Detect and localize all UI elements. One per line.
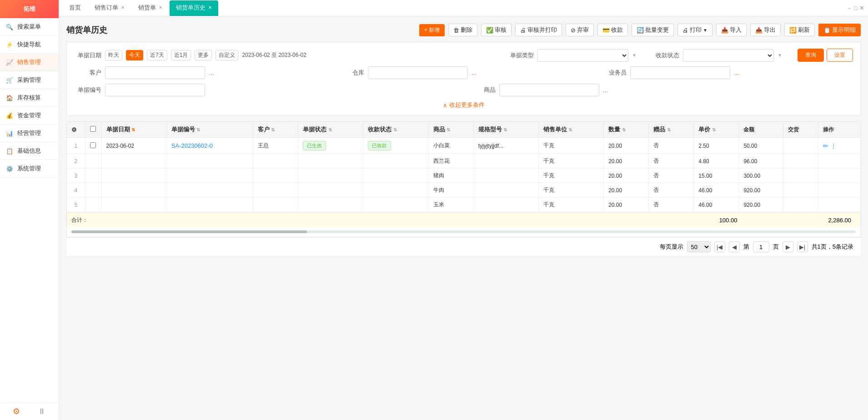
goods-ellipsis[interactable]: ... bbox=[603, 86, 608, 94]
more-action-icon[interactable]: ⋮ bbox=[830, 142, 837, 150]
date-btn-more[interactable]: 更多 bbox=[195, 50, 212, 60]
page-number-input[interactable] bbox=[753, 241, 769, 252]
first-page-button[interactable]: |◀ bbox=[714, 241, 725, 252]
cell-action bbox=[818, 198, 860, 212]
abandon-button[interactable]: ⊘ 弃审 bbox=[566, 24, 594, 36]
export-button[interactable]: 📤 导出 bbox=[750, 24, 781, 36]
tab-close-sales-history[interactable]: ✕ bbox=[208, 5, 212, 10]
tab-bar-right: － □ ✕ bbox=[846, 4, 864, 12]
sort-unit-icon[interactable]: ⇅ bbox=[568, 127, 572, 132]
sidebar-collapse-icon[interactable]: ⏸ bbox=[38, 407, 46, 416]
col-price[interactable]: 单价 ⇅ bbox=[694, 122, 739, 138]
sort-doc-status-icon[interactable]: ⇅ bbox=[328, 127, 332, 132]
sort-doc-date-icon[interactable]: ⇅ bbox=[131, 127, 135, 132]
abandon-icon: ⊘ bbox=[571, 27, 576, 34]
payment-status-select[interactable] bbox=[683, 49, 774, 62]
date-btn-7days[interactable]: 近7天 bbox=[147, 50, 167, 60]
col-gear[interactable]: ⚙ bbox=[67, 122, 85, 138]
sidebar-item-quick-nav[interactable]: ⚡ 快捷导航 bbox=[0, 36, 59, 54]
warehouse-input[interactable] bbox=[368, 66, 468, 79]
col-unit[interactable]: 销售单位 ⇅ bbox=[538, 122, 603, 138]
sort-gift-icon[interactable]: ⇅ bbox=[667, 127, 671, 132]
refresh-button[interactable]: 🔁 刷新 bbox=[784, 24, 815, 36]
col-spec[interactable]: 规格型号 ⇅ bbox=[473, 122, 538, 138]
salesperson-input[interactable] bbox=[630, 66, 730, 79]
tab-close-sales-goods[interactable]: ✕ bbox=[159, 5, 162, 10]
collect-button[interactable]: 💳 收款 bbox=[597, 24, 628, 36]
print-button[interactable]: 🖨 打印 ▼ bbox=[677, 24, 712, 36]
date-btn-1month[interactable]: 近1月 bbox=[171, 50, 191, 60]
tab-sales-history[interactable]: 销货单历史 ✕ bbox=[170, 0, 218, 16]
edit-action-icon[interactable]: ✏ bbox=[823, 142, 828, 150]
sidebar-item-purchase-mgmt[interactable]: 🛒 采购管理 bbox=[0, 71, 59, 89]
per-page-select[interactable]: 50 100 bbox=[687, 241, 711, 252]
tab-maximize-icon[interactable]: □ bbox=[854, 5, 858, 11]
table-row: 12023-06-02SA-20230602-0王总已生效已收款小白菜tyjyj… bbox=[67, 138, 860, 154]
sort-goods-icon[interactable]: ⇅ bbox=[447, 127, 450, 132]
sidebar-item-finance[interactable]: 💰 资金管理 bbox=[0, 107, 59, 125]
sort-customer-icon[interactable]: ⇅ bbox=[271, 127, 275, 132]
tab-home[interactable]: 首页 bbox=[63, 0, 87, 16]
page-label-pre: 第 bbox=[743, 243, 749, 251]
sidebar-item-system[interactable]: ⚙️ 系统管理 bbox=[0, 160, 59, 178]
sidebar-item-label: 采购管理 bbox=[17, 76, 41, 84]
new-button[interactable]: + 新增 bbox=[419, 24, 445, 36]
salesperson-ellipsis[interactable]: ... bbox=[734, 69, 739, 76]
warehouse-ellipsis[interactable]: ... bbox=[472, 69, 477, 76]
settings-button[interactable]: 设置 bbox=[827, 49, 853, 62]
docnum-input[interactable] bbox=[105, 84, 205, 96]
batch-change-button[interactable]: 🔄 批量变更 bbox=[632, 24, 674, 36]
audit-button[interactable]: ✅ 审核 bbox=[481, 24, 512, 36]
tab-sales-order[interactable]: 销售订单 ✕ bbox=[88, 0, 131, 16]
audit-print-button[interactable]: 🖨 审核并打印 bbox=[515, 24, 562, 36]
sort-doc-num-icon[interactable]: ⇅ bbox=[196, 127, 200, 132]
row-checkbox[interactable] bbox=[90, 142, 96, 148]
col-customer[interactable]: 客户 ⇅ bbox=[253, 122, 298, 138]
prev-page-button[interactable]: ◀ bbox=[729, 241, 740, 252]
col-doc-num[interactable]: 单据编号 ⇅ bbox=[166, 122, 253, 138]
col-qty[interactable]: 数量 ⇅ bbox=[604, 122, 649, 138]
collapse-button[interactable]: ∧ 收起更多条件 bbox=[74, 101, 853, 109]
customer-ellipsis[interactable]: ... bbox=[209, 69, 214, 76]
col-doc-date[interactable]: 单据日期 ⇅ bbox=[101, 122, 166, 138]
import-button[interactable]: 📥 导入 bbox=[716, 24, 747, 36]
col-payment-status[interactable]: 收款状态 ⇅ bbox=[363, 122, 428, 138]
col-goods[interactable]: 商品 ⇅ bbox=[428, 122, 473, 138]
doc-num-link[interactable]: SA-20230602-0 bbox=[171, 142, 213, 149]
date-btn-yesterday[interactable]: 昨天 bbox=[105, 50, 122, 60]
sidebar: 拓维 🔍 搜索菜单 ⚡ 快捷导航 📈 销售管理 🛒 采购管理 🏠 库存核算 💰 … bbox=[0, 0, 59, 420]
sidebar-item-operations[interactable]: 📊 经营管理 bbox=[0, 125, 59, 142]
customer-input[interactable] bbox=[105, 66, 205, 79]
date-btn-today[interactable]: 今天 bbox=[126, 50, 143, 60]
col-doc-status[interactable]: 单据状态 ⇅ bbox=[298, 122, 363, 138]
sidebar-item-basic-info[interactable]: 📋 基础信息 bbox=[0, 142, 59, 160]
tab-sales-goods[interactable]: 销货单 ✕ bbox=[132, 0, 169, 16]
col-gift[interactable]: 赠品 ⇅ bbox=[649, 122, 694, 138]
goods-input[interactable] bbox=[499, 84, 599, 96]
sort-spec-icon[interactable]: ⇅ bbox=[503, 127, 507, 132]
select-all-checkbox[interactable] bbox=[90, 126, 96, 132]
cell-action: ✏⋮ bbox=[818, 138, 860, 154]
date-btn-custom[interactable]: 自定义 bbox=[216, 50, 238, 60]
doc-type-select[interactable] bbox=[537, 49, 628, 62]
print-icon: 🖨 bbox=[682, 27, 688, 34]
last-page-button[interactable]: ▶| bbox=[797, 241, 808, 252]
tab-minimize-icon[interactable]: － bbox=[846, 4, 852, 12]
next-page-button[interactable]: ▶ bbox=[783, 241, 793, 252]
show-detail-button[interactable]: 📋 显示明细 bbox=[818, 24, 861, 36]
horizontal-scrollbar[interactable] bbox=[71, 230, 856, 233]
query-button[interactable]: 查询 bbox=[798, 49, 824, 62]
sidebar-item-search-menu[interactable]: 🔍 搜索菜单 bbox=[0, 18, 59, 36]
sort-qty-icon[interactable]: ⇅ bbox=[622, 127, 626, 132]
sidebar-settings-icon[interactable]: ⚙ bbox=[13, 406, 20, 416]
cell-goods: 猪肉 bbox=[428, 169, 473, 183]
sort-payment-status-icon[interactable]: ⇅ bbox=[393, 127, 397, 132]
sidebar-item-inventory[interactable]: 🏠 库存核算 bbox=[0, 89, 59, 107]
table-gear-icon[interactable]: ⚙ bbox=[71, 126, 77, 133]
tab-close-sales-order[interactable]: ✕ bbox=[121, 5, 125, 10]
sort-price-icon[interactable]: ⇅ bbox=[712, 127, 716, 132]
tab-closeall-icon[interactable]: ✕ bbox=[859, 5, 864, 11]
sidebar-item-sales-mgmt[interactable]: 📈 销售管理 bbox=[0, 54, 59, 71]
scrollbar-thumb[interactable] bbox=[71, 230, 307, 233]
delete-button[interactable]: 🗑 删除 bbox=[448, 24, 477, 36]
